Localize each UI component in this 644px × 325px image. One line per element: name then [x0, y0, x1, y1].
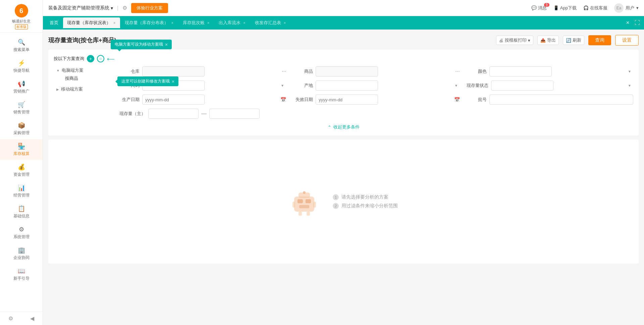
origin-input[interactable] [316, 80, 378, 91]
refresh-btn[interactable]: 🔄 刷新 [563, 36, 584, 45]
avatar: Ea [614, 3, 624, 13]
template-print-label: 按模板打印 [505, 37, 527, 43]
tab-close-inventory-status[interactable]: × [113, 20, 116, 25]
tab-inventory-dist[interactable]: 现存量（库存分布表） × [121, 17, 178, 28]
sidebar-item-label: 采购管理 [13, 130, 30, 136]
trial-btn[interactable]: 体验行业方案 [131, 3, 168, 13]
size-chevron-icon: ▾ [281, 83, 283, 88]
mobile-scheme-item[interactable]: ▶ 移动端方案 [56, 85, 114, 93]
tab-maximize-icon[interactable]: ⛶ [633, 18, 641, 27]
warehouse-dots[interactable]: ··· [282, 68, 286, 74]
collapse-row[interactable]: ⌃ 收起更多条件 [54, 121, 633, 130]
warehouse-input[interactable] [142, 66, 205, 76]
mobile-arrow-icon: ▶ [56, 88, 59, 91]
filter-arrow-btn[interactable]: ⟵ [107, 56, 115, 62]
online-service-label: 在线客服 [590, 5, 607, 11]
tab-inventory-status-label: 现存量（库存状况表） [67, 20, 111, 26]
tooltip1-close[interactable]: × [165, 42, 168, 47]
sidebar-item-inventory[interactable]: 🏪 库存核算 [0, 139, 43, 160]
empty-robot-icon [289, 186, 319, 217]
filter-fields-panel: 仓库 ··· 商品 ··· [119, 66, 633, 121]
filter-origin-row: 产地 ▾ [293, 80, 460, 91]
warehouse-select-wrapper [142, 66, 279, 76]
export-btn[interactable]: 📤 导出 [537, 36, 559, 45]
marketing-icon: 📢 [18, 80, 25, 88]
tab-close-receive-summary[interactable]: × [283, 20, 286, 25]
template-print-btn[interactable]: 🖨 按模板打印 ▾ [496, 36, 533, 45]
empty-state-panel: 1 请先选择要分析的方案 2 用过滤条件来缩小分析范围 [48, 140, 639, 264]
logo-icon: 6 [15, 4, 28, 17]
system-selector[interactable]: 装备及固定资产辅助管理系统 ▾ [48, 5, 113, 11]
sidebar-item-enterprise[interactable]: 🏢 企业协同 [0, 243, 43, 264]
app-download-item[interactable]: 📱 App下载 [553, 5, 577, 11]
filter-add-btn[interactable]: + [87, 55, 94, 62]
page-content: 现存量查询(按仓库+商品) 🖨 按模板打印 ▾ 📤 导出 🔄 刷新 查询 设置 [43, 30, 644, 325]
sidebar-item-label: 资金管理 [13, 172, 30, 177]
stock-main-label: 现存量（主） [119, 111, 146, 117]
sidebar-item-marketing[interactable]: 📢 营销推广 [0, 77, 43, 98]
tab-receive-summary[interactable]: 收发存汇总表 × [251, 17, 290, 28]
app-download-label: App下载 [560, 5, 577, 11]
print-icon: 🖨 [499, 38, 503, 43]
settings-panel-btn[interactable]: 设置 [615, 35, 639, 46]
tab-home[interactable]: 首页 [46, 17, 62, 28]
color-label: 颜色 [467, 68, 487, 74]
tab-home-label: 首页 [50, 20, 58, 26]
tab-close-inout-flow[interactable]: × [243, 20, 246, 25]
production-date-input[interactable] [142, 95, 205, 105]
sidebar-item-basic[interactable]: 📋 基础信息 [0, 202, 43, 222]
svg-point-9 [303, 191, 306, 194]
stock-main-max-input[interactable] [209, 109, 260, 119]
production-date-calendar-icon[interactable]: 📅 [280, 97, 286, 102]
sidebar-item-system[interactable]: ⚙ 系统管理 [0, 222, 43, 243]
print-chevron-icon: ▾ [528, 38, 530, 43]
sidebar-item-finance[interactable]: 💰 资金管理 [0, 160, 43, 181]
inventory-icon: 🏪 [18, 143, 25, 150]
message-item[interactable]: 💬 消息 9 [531, 5, 547, 11]
tab-inout-flow[interactable]: 出入库流水 × [215, 17, 250, 28]
search-btn[interactable]: 查询 [588, 35, 611, 45]
sidebar-item-purchase[interactable]: 📦 采购管理 [0, 118, 43, 139]
expiry-date-input[interactable] [316, 95, 378, 105]
newbie-icon: 📖 [18, 267, 25, 275]
refresh-icon: 🔄 [566, 38, 571, 43]
sidebar-item-operations[interactable]: 📊 经营管理 [0, 181, 43, 202]
header-divider: | [117, 5, 118, 11]
stock-status-input[interactable] [491, 80, 553, 91]
tab-close-batch-ledger[interactable]: × [207, 20, 210, 25]
tab-inventory-status[interactable]: 现存量（库存状况表） × [63, 17, 120, 28]
sidebar-item-search[interactable]: 🔍 搜索菜单 [0, 35, 43, 56]
user-item[interactable]: Ea 用户 ▾ [614, 3, 639, 13]
goods-input[interactable] [316, 66, 378, 76]
tab-batch-ledger[interactable]: 库存批次账 × [179, 17, 214, 28]
filter-edit-btn[interactable]: ○ [97, 55, 104, 62]
sidebar-item-label: 经营管理 [13, 193, 30, 198]
filter-panel: 按以下方案查询 + ○ ⟵ 电脑方案可设为移动方案哦 × ▼ 电脑端 [48, 50, 639, 136]
filter-color-row: 颜色 ▾ [467, 66, 633, 76]
service-icon: 🎧 [583, 5, 589, 10]
top-header: 装备及固定资产辅助管理系统 ▾ | ⚙ 体验行业方案 💬 消息 9 📱 App下… [43, 0, 644, 16]
sidebar-item-quick[interactable]: ⚡ 快捷导航 [0, 56, 43, 77]
tab-bar: 首页 现存量（库存状况表） × 现存量（库存分布表） × 库存批次账 × 出入库… [43, 16, 644, 30]
expiry-date-calendar-icon[interactable]: 📅 [454, 97, 460, 102]
empty-hint2: 2 用过滤条件来缩小分析范围 [333, 203, 398, 209]
sidebar-item-sales[interactable]: 🛒 销售管理 [0, 98, 43, 118]
stock-status-label: 现存量状态 [467, 83, 488, 89]
batch-no-input[interactable] [489, 95, 633, 105]
goods-dots[interactable]: ··· [455, 68, 460, 74]
tab-close-all-icon[interactable]: × [625, 18, 631, 27]
sidebar-item-newbie[interactable]: 📖 新手引导 [0, 264, 43, 285]
production-date-label: 生产日期 [119, 97, 140, 103]
tooltip2-text: 这里可以创建和修改方案哦 [121, 78, 170, 84]
desktop-scheme-item[interactable]: ▼ 电脑端方案 [56, 66, 114, 74]
settings-icon[interactable]: ⚙ [122, 5, 127, 11]
online-service-item[interactable]: 🎧 在线客服 [583, 5, 607, 11]
settings-footer-btn[interactable]: ⚙ [8, 315, 13, 322]
scheme-sub-by-goods[interactable]: 按商品 [63, 74, 114, 83]
stock-main-min-input[interactable] [148, 109, 199, 119]
main-area: 装备及固定资产辅助管理系统 ▾ | ⚙ 体验行业方案 💬 消息 9 📱 App下… [43, 0, 644, 325]
tab-close-inventory-dist[interactable]: × [170, 20, 174, 25]
collapse-sidebar-btn[interactable]: ◀ [30, 315, 34, 322]
tooltip2-close[interactable]: × [172, 79, 174, 84]
color-input[interactable] [489, 66, 552, 76]
